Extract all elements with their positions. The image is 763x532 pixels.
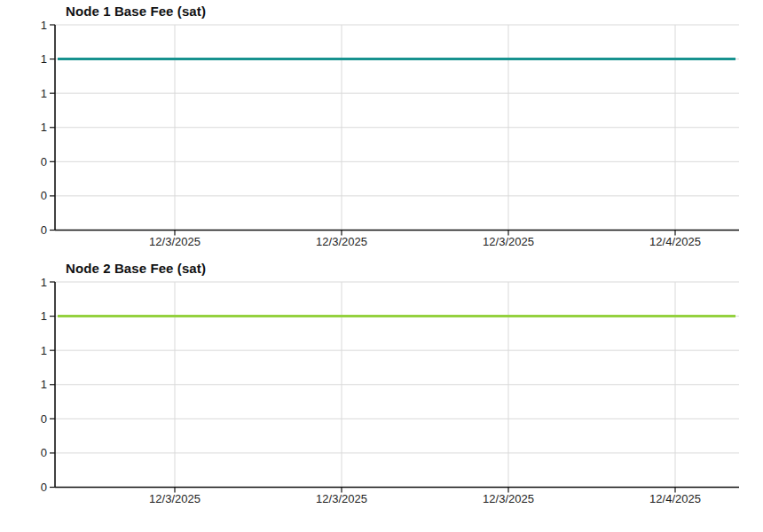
svg-text:1: 1 (41, 378, 47, 391)
svg-text:12/3/2025: 12/3/2025 (483, 235, 534, 248)
chart-node1-plot-area: 111100012/3/202512/3/202512/3/202512/4/2… (0, 0, 763, 253)
svg-text:0: 0 (41, 155, 47, 168)
svg-text:1: 1 (41, 19, 47, 32)
svg-text:0: 0 (41, 481, 47, 494)
svg-text:0: 0 (41, 446, 47, 459)
svg-text:12/3/2025: 12/3/2025 (149, 492, 201, 505)
chart-node2-plot-area: 111100012/3/202512/3/202512/3/202512/4/2… (0, 257, 763, 532)
svg-text:1: 1 (41, 121, 47, 134)
svg-text:1: 1 (41, 87, 47, 100)
chart-node2-base-fee: Node 2 Base Fee (sat) 111100012/3/202512… (0, 257, 763, 532)
svg-text:12/3/2025: 12/3/2025 (149, 235, 201, 248)
svg-text:0: 0 (41, 412, 47, 426)
svg-text:12/3/2025: 12/3/2025 (316, 492, 367, 505)
chart-node1-base-fee: Node 1 Base Fee (sat) 111100012/3/202512… (0, 0, 763, 253)
charts-dashboard: Node 1 Base Fee (sat) 111100012/3/202512… (0, 0, 763, 532)
svg-text:12/4/2025: 12/4/2025 (649, 492, 701, 505)
svg-text:1: 1 (41, 276, 47, 289)
svg-text:1: 1 (41, 344, 47, 357)
svg-text:1: 1 (41, 52, 47, 66)
svg-text:0: 0 (41, 223, 47, 237)
svg-text:0: 0 (41, 189, 47, 202)
svg-text:12/4/2025: 12/4/2025 (649, 235, 701, 248)
svg-text:12/3/2025: 12/3/2025 (483, 492, 534, 505)
svg-text:12/3/2025: 12/3/2025 (316, 235, 367, 248)
svg-text:1: 1 (41, 309, 47, 323)
